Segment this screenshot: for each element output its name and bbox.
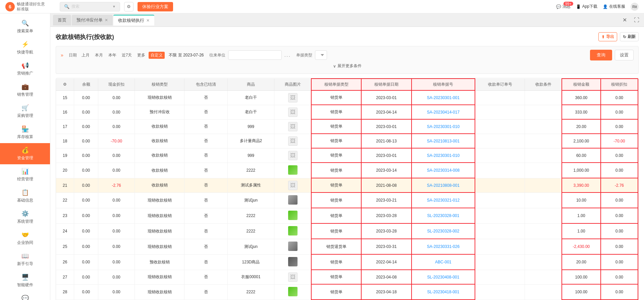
sidebar-item-guide[interactable]: 📖 新手引导 xyxy=(0,249,50,270)
tab-collection[interactable]: 收款核销执行 ✕ xyxy=(113,15,154,26)
tab-collection-close-icon[interactable]: ✕ xyxy=(146,18,150,23)
cancel-bill-type-cell: 销货退货单 xyxy=(311,239,361,254)
refresh-icon: ↻ xyxy=(623,35,626,39)
filter-collapse-icon[interactable]: » xyxy=(61,52,63,58)
goods-cell: 2222 xyxy=(227,284,274,300)
online-service-button[interactable]: 👤 在线客服 xyxy=(603,4,625,9)
row-number: 19 xyxy=(56,148,74,163)
cancel-amount-cell: 10.00 xyxy=(562,192,601,208)
row-number: 27 xyxy=(56,270,74,284)
balance-cell: 0.00 xyxy=(74,270,98,284)
date-btn-custom[interactable]: 自定义 xyxy=(149,52,165,59)
cancel-type-cell: 现销收款核销 xyxy=(135,284,184,300)
sidebar-item-basic-info[interactable]: 📋 基础信息 xyxy=(0,185,50,207)
settled-cell: 否 xyxy=(184,284,228,300)
date-btn-this-month[interactable]: 本月 xyxy=(93,52,105,59)
notifications-badge: 99+ xyxy=(564,2,573,6)
wechat-icon: 💬 xyxy=(21,295,29,300)
expand-more-button[interactable]: ∨ 展开更多条件 xyxy=(333,63,362,69)
cancel-bill-no-link[interactable]: SA-20230301-010 xyxy=(427,124,460,129)
sidebar-item-system[interactable]: ⚙️ 系统管理 xyxy=(0,207,50,228)
table-row: 270.000.00现销收款核销否衣服00001🖼销货单2023-04-08SL… xyxy=(56,270,638,284)
global-search[interactable]: 🔍 搜索 ▼ xyxy=(60,2,120,11)
cancel-type-cell: 收款核销 xyxy=(135,148,184,163)
cancel-bill-no-link[interactable]: SA-20230301-001 xyxy=(427,95,460,100)
row-number: 26 xyxy=(56,254,74,270)
receipt-order-cell xyxy=(475,239,525,254)
receipt-condition-cell xyxy=(525,90,562,105)
col-header-cash-discount: 现金折扣 xyxy=(98,79,135,90)
cancel-bill-no-link[interactable]: SA-20230331-026 xyxy=(427,244,460,249)
sidebar-item-purchase[interactable]: 🛒 采购管理 xyxy=(0,101,50,122)
tab-prepay-close-icon[interactable]: ✕ xyxy=(105,18,108,23)
user-avatar[interactable]: Rit xyxy=(631,3,639,11)
cancel-bill-no-link[interactable]: SL-20230418-001 xyxy=(427,290,459,294)
goods-image-thumbnail xyxy=(288,242,298,251)
cash-discount-cell: 0.00 xyxy=(98,90,135,105)
tab-bar: 首页 预付冲应付单 ✕ 收款核销执行 ✕ ✕ ⛶ xyxy=(50,13,644,27)
cancel-amount-cell: 1.00 xyxy=(562,223,601,239)
bill-type-filter-group: 单据类型 xyxy=(296,50,327,60)
balance-cell: 0.00 xyxy=(74,254,98,270)
date-btn-last-month[interactable]: 上月 xyxy=(79,52,92,59)
cancel-bill-no-link[interactable]: SA-20230414-017 xyxy=(427,110,460,115)
cancel-bill-no-link[interactable]: SL-20230408-001 xyxy=(427,275,459,280)
receipt-order-cell xyxy=(475,148,525,163)
receipt-order-cell xyxy=(475,254,525,270)
receipt-condition-cell xyxy=(525,134,562,148)
receipt-condition-cell xyxy=(525,105,562,119)
receipt-order-cell xyxy=(475,90,525,105)
cancel-bill-no-link[interactable]: SA-20210813-001 xyxy=(427,139,460,143)
goods-img-cell xyxy=(274,254,311,270)
table-settings-button[interactable]: 设置 xyxy=(615,50,634,60)
cancel-bill-no-link[interactable]: SL-20230328-001 xyxy=(427,213,459,218)
receipt-order-cell xyxy=(475,134,525,148)
cancel-bill-no-link[interactable]: SA-20230321-012 xyxy=(427,198,460,203)
date-btn-this-year[interactable]: 本年 xyxy=(106,52,118,59)
sidebar-item-inventory[interactable]: 🏪 库存核算 xyxy=(0,122,50,143)
industry-button[interactable]: 休验行业方案 xyxy=(138,2,173,11)
date-btn-7days[interactable]: 近7天 xyxy=(120,52,134,59)
cancel-bill-no-cell: SL-20230408-001 xyxy=(412,270,475,284)
cash-discount-cell: 0.00 xyxy=(98,208,135,223)
sidebar-item-wechat[interactable]: 💬 企业微信 xyxy=(0,291,50,300)
balance-cell: 0.00 xyxy=(74,148,98,163)
settings-icon[interactable]: ⚙ xyxy=(124,2,133,11)
date-label: 日期 xyxy=(69,52,77,58)
query-button[interactable]: 查询 xyxy=(590,50,612,60)
refresh-button[interactable]: ↻ 刷新 xyxy=(620,32,639,41)
export-icon: ⬆ xyxy=(601,35,605,39)
sidebar-item-hardware[interactable]: 🖥️ 智能硬件 xyxy=(0,270,50,291)
sidebar-item-sales[interactable]: 💼 销售管理 xyxy=(0,80,50,101)
tab-prepay[interactable]: 预付冲应付单 ✕ xyxy=(72,15,113,26)
counterpart-input[interactable] xyxy=(228,50,282,60)
goods-image-placeholder: 🖼 xyxy=(288,136,298,146)
cancel-bill-no-link[interactable]: SA-20230314-008 xyxy=(427,168,460,173)
cancel-bill-no-cell: SA-20230301-010 xyxy=(412,148,475,163)
tab-home[interactable]: 首页 xyxy=(53,15,71,26)
sidebar-item-search[interactable]: 🔍 搜索菜单 xyxy=(0,16,50,37)
sidebar-item-marketing[interactable]: 📢 营销推广 xyxy=(0,58,50,80)
cancel-bill-type-cell: 销货单 xyxy=(311,119,361,134)
cancel-type-cell: 现销收款核销 xyxy=(135,239,184,254)
export-button[interactable]: ⬆ 导出 xyxy=(598,32,617,41)
sidebar-item-finance[interactable]: 💰 资金管理 xyxy=(0,143,50,164)
sales-icon: 💼 xyxy=(21,83,29,90)
maximize-icon[interactable]: ⛶ xyxy=(632,15,641,25)
sidebar-item-quick-nav[interactable]: ⚡ 快捷导航 xyxy=(0,37,50,58)
cancel-bill-no-link[interactable]: SA-20230301-010 xyxy=(427,153,460,158)
cancel-bill-no-link[interactable]: SA-20210808-001 xyxy=(427,183,460,188)
app-download-button[interactable]: 📱 App下载 xyxy=(576,4,597,9)
sidebar-item-operations[interactable]: 📊 经营管理 xyxy=(0,164,50,185)
notifications-button[interactable]: 💬 消息 99+ xyxy=(556,4,571,9)
cancel-bill-no-link[interactable]: ABC-001 xyxy=(435,260,451,264)
cancel-bill-type-cell: 销货单 xyxy=(311,223,361,239)
close-window-icon[interactable]: ✕ xyxy=(620,15,629,25)
bill-type-select[interactable] xyxy=(315,50,327,60)
sidebar-item-collab[interactable]: 🤝 企业协同 xyxy=(0,228,50,249)
cancel-bill-no-cell: SA-20230414-017 xyxy=(412,105,475,119)
cancel-bill-date-cell: 2023-03-01 xyxy=(361,119,411,134)
date-btn-more[interactable]: 更多 xyxy=(135,52,147,59)
cancel-bill-no-link[interactable]: SL-20230328-002 xyxy=(427,229,459,233)
goods-cell: 999 xyxy=(227,119,274,134)
